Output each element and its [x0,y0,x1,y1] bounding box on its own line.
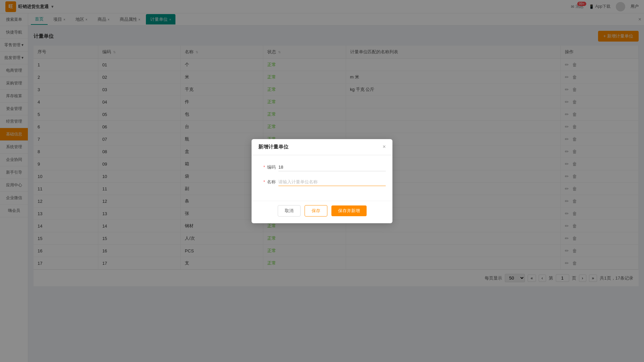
code-label-text: 编码 [267,165,276,170]
name-label: * 名称 [258,179,278,185]
modal-title: 新增计量单位 [258,144,288,150]
modal-footer: 取消 保存 保存并新增 [252,201,392,223]
code-label: * 编码 [258,164,278,170]
modal-header: 新增计量单位 × [252,139,392,155]
cancel-button[interactable]: 取消 [278,205,301,217]
modal-overlay[interactable]: 新增计量单位 × * 编码 * 名称 取消 保存 保存并新增 [0,0,644,362]
name-field-row: * 名称 [258,178,386,186]
add-unit-modal: 新增计量单位 × * 编码 * 名称 取消 保存 保存并新增 [252,139,392,223]
required-mark: * [263,179,265,184]
code-input[interactable] [278,163,386,171]
save-add-button[interactable]: 保存并新增 [331,205,367,216]
name-input[interactable] [278,178,386,186]
code-field-row: * 编码 [258,163,386,171]
save-button[interactable]: 保存 [305,205,327,217]
required-mark: * [263,165,265,170]
name-label-text: 名称 [267,179,276,184]
modal-body: * 编码 * 名称 [252,155,392,201]
modal-close-button[interactable]: × [383,144,386,149]
